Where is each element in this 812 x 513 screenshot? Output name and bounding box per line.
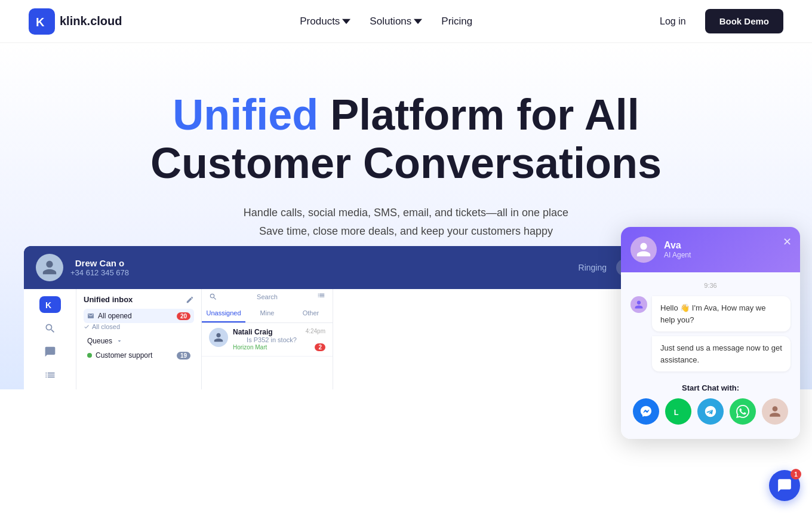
status-dot [87, 353, 92, 358]
chat-bubble-1: Hello 👋 I'm Ava, How may we help you? [652, 296, 791, 331]
logo-text: klink.cloud [60, 14, 122, 28]
tab-mine[interactable]: Mine [245, 305, 289, 322]
inbox-panel: Unified inbox All opened 20 All closed Q… [76, 289, 202, 389]
convo-source: Horizon Mart [233, 344, 267, 351]
search-small-icon[interactable] [209, 293, 217, 301]
customer-support-badge: 19 [177, 352, 190, 360]
call-status: Ringing [579, 263, 607, 272]
filter-icon[interactable] [317, 293, 325, 301]
nav-pricing[interactable]: Pricing [441, 16, 472, 27]
nav-solutions[interactable]: Solutions [370, 16, 422, 27]
all-closed-label: All closed [92, 323, 120, 330]
inbox-title-text: Unified inbox [84, 295, 133, 304]
start-chat-label: Start Chat with: [630, 383, 791, 389]
convo-avatar [209, 328, 228, 347]
caller-avatar [36, 254, 63, 281]
chat-body: 9:36 Hello 👋 I'm Ava, How may we help yo… [621, 272, 800, 389]
navigation: K klink.cloud Products Solutions Pricing… [0, 0, 812, 43]
queues-label: Queues [87, 337, 112, 345]
tab-unassigned[interactable]: Unassigned [202, 305, 245, 322]
conversation-item[interactable]: Natali Craig 4:24pm Is P352 in stock? Ho… [202, 323, 333, 357]
logo-icon: K [29, 8, 55, 35]
chat-close-button[interactable]: ✕ [783, 235, 792, 248]
convo-message: Is P352 in stock? [233, 336, 310, 343]
main-area: K Unified inbox [24, 289, 645, 389]
chat-header: Ava AI Agent ✕ [621, 227, 800, 272]
app-screenshot: Drew Can o +34 612 345 678 Ringing K [24, 246, 645, 389]
chat-agent-name: Ava [664, 240, 691, 251]
login-button[interactable]: Log in [650, 11, 696, 32]
conversation-panel: Search Unassigned Mine Other [202, 289, 333, 389]
svg-text:K: K [45, 300, 51, 310]
edit-icon[interactable] [186, 296, 194, 304]
search-placeholder: Search [257, 293, 278, 300]
caller-phone: +34 612 345 678 [70, 268, 129, 277]
queue-tabs: Unassigned Mine Other [202, 305, 333, 323]
chat-widget: Ava AI Agent ✕ 9:36 Hello 👋 I'm Ava, How… [621, 227, 800, 389]
list-icon[interactable] [41, 367, 60, 382]
caller-name: Drew Can o [70, 258, 129, 268]
convo-name: Natali Craig [233, 328, 273, 336]
chat-timestamp: 9:36 [630, 282, 791, 289]
all-opened-label: All opened [98, 312, 132, 320]
bubble-avatar [630, 296, 647, 313]
hero-headline: Unified Platform for All Customer Conver… [137, 91, 675, 187]
chat-icon[interactable] [41, 345, 60, 360]
nav-right: Log in Book Demo [650, 9, 783, 33]
chat-agent-role: AI Agent [664, 251, 691, 259]
convo-time: 4:24pm [306, 328, 325, 336]
search-icon[interactable] [41, 321, 60, 336]
customer-support-label: Customer support [96, 351, 152, 360]
all-closed-row[interactable]: All closed [84, 323, 194, 330]
convo-badge: 2 [315, 343, 325, 351]
headline-highlight: Unified [173, 91, 318, 139]
book-demo-button[interactable]: Book Demo [705, 9, 783, 33]
call-bar: Drew Can o +34 612 345 678 Ringing [24, 246, 645, 289]
customer-support-row[interactable]: Customer support 19 [84, 348, 194, 363]
nav-center: Products Solutions Pricing [300, 16, 472, 27]
person-icon [41, 259, 58, 276]
chevron-down-icon [342, 17, 350, 26]
sidebar-mini: K [24, 289, 76, 389]
chat-bubble-2: Just send us a message now to get assist… [652, 336, 791, 371]
chat-agent-avatar [630, 236, 657, 263]
all-opened-row[interactable]: All opened 20 [84, 309, 194, 323]
chevron-down-icon [414, 17, 422, 26]
all-opened-badge: 20 [177, 312, 190, 320]
queues-row[interactable]: Queues [84, 334, 194, 348]
svg-text:K: K [36, 16, 45, 29]
tab-other[interactable]: Other [289, 305, 333, 322]
logo[interactable]: K klink.cloud [29, 8, 122, 35]
nav-products[interactable]: Products [300, 16, 350, 27]
sidebar-logo: K [39, 296, 61, 313]
k-icon: K [34, 14, 50, 29]
k-small-icon: K [44, 299, 56, 311]
